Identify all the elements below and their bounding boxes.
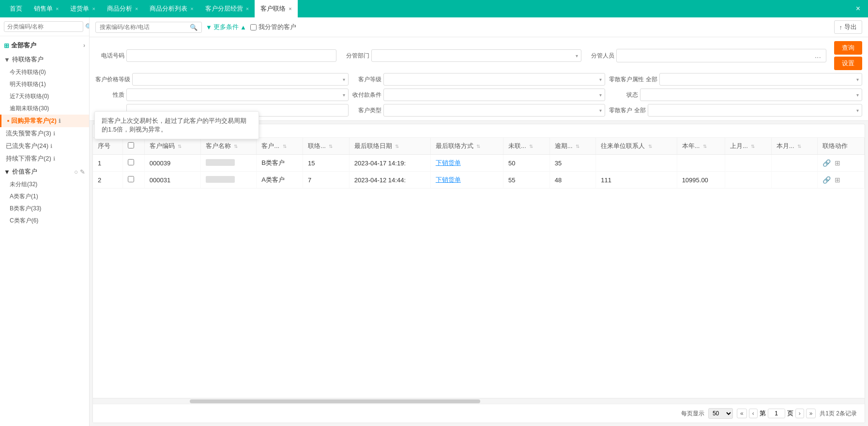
window-close-button[interactable]: × [852, 4, 864, 13]
row-checkbox-1[interactable] [128, 159, 134, 165]
grid-icon: ⊞ [4, 42, 9, 49]
prev-page-button[interactable]: ‹ [749, 409, 758, 418]
last-page-button[interactable]: » [806, 409, 816, 418]
tooltip-box: 距客户上次交易时长，超过了此客户的平均交易周期的1.5倍，则视为异常。 [94, 111, 259, 139]
cell-type-2: A类客户 [257, 172, 303, 189]
sidebar-value-header[interactable]: ▼ 价值客户 ○ ✎ [0, 165, 89, 178]
nav-sales[interactable]: 销售单 × [28, 0, 64, 17]
next-page-button[interactable]: › [795, 409, 804, 418]
filter-customer-level-field: 客户等级 ▾ [352, 73, 606, 86]
filter-retail-attr-select[interactable]: ▾ [659, 73, 862, 86]
per-page-select[interactable]: 50 20 100 [708, 408, 733, 419]
sidebar-item-today-contact[interactable]: 今天待联络(0) [0, 66, 89, 78]
sidebar-search-icon[interactable]: 🔍 [85, 23, 90, 30]
search-bar-icon[interactable]: 🔍 [190, 24, 198, 31]
filter-customer-type-select[interactable]: ▾ [383, 104, 606, 117]
my-customers-checkbox[interactable] [250, 24, 257, 30]
sidebar-value-section: ▼ 价值客户 ○ ✎ 未分组(32) A类客户(1) B类客户(33) C类客户… [0, 165, 89, 227]
dots-icon[interactable]: ... [813, 51, 823, 60]
sort-icon-last-month: ⇅ [751, 144, 755, 149]
nav-purchase-close[interactable]: × [92, 6, 95, 12]
horizontal-scrollbar[interactable] [93, 398, 865, 404]
filter-phone-input[interactable] [126, 49, 336, 62]
page-number-input[interactable] [768, 409, 785, 418]
table-scroll-container[interactable]: 序号 客户编码 ⇅ 客户名称 ⇅ 客户... ⇅ 联络... ⇅ 最后联络日期 … [93, 138, 865, 398]
filter-status-select[interactable]: ▾ [640, 88, 862, 101]
repurchase-anomaly-label: 回购异常客户(2) [11, 117, 57, 125]
cell-not-contact-1: 50 [503, 155, 549, 172]
chevron-down-icon: ▾ [576, 53, 578, 59]
cell-contact-1: 15 [303, 155, 350, 172]
cell-date-2: 2023-04-12 14:44: [349, 172, 430, 189]
sidebar-item-declining[interactable]: 持续下滑客户(2) ℹ [0, 152, 89, 165]
export-button[interactable]: ↑ 导出 [834, 20, 863, 34]
search-input[interactable] [100, 24, 190, 30]
sidebar-item-repurchase-anomaly[interactable]: 回购异常客户(2) ℹ [0, 115, 89, 127]
cell-last-month-1 [725, 155, 772, 172]
filter-payment-select[interactable]: ▾ [383, 88, 606, 101]
method-link-1[interactable]: 下销货单 [436, 159, 461, 166]
sidebar-pending-contact-section: ▼ 待联络客户 今天待联络(0) 明天待联络(1) 近7天待联络(0) 逾期未联… [0, 53, 89, 115]
table-row: 2 000031 A类客户 7 2023-04-12 14:44: 下销货单 5… [93, 172, 865, 189]
sidebar-item-7day-contact[interactable]: 近7天待联络(0) [0, 90, 89, 103]
grid-icon-1[interactable]: ⊞ [835, 159, 840, 167]
filter-price-level-select[interactable]: ▾ [132, 73, 349, 86]
nav-customer-tier-close[interactable]: × [246, 6, 249, 12]
query-button[interactable]: 查询 [834, 41, 862, 55]
link-icon-2[interactable]: 🔗 [822, 176, 831, 184]
circle-icon[interactable]: ○ [74, 168, 78, 176]
filter-customer-level-select[interactable]: ▾ [383, 73, 606, 86]
sidebar-item-class-c[interactable]: C类客户(6) [0, 215, 89, 227]
row-checkbox-2[interactable] [128, 176, 134, 182]
sidebar-item-overdue-contact[interactable]: 逾期未联络(30) [0, 103, 89, 115]
sidebar-item-ungrouped[interactable]: 未分组(32) [0, 178, 89, 191]
sort-icon-contact: ⇅ [329, 144, 333, 149]
filter-nature-select[interactable]: ▾ [126, 88, 349, 101]
filter-retail-customer-select[interactable]: ▾ [648, 104, 862, 117]
grid-icon-2[interactable]: ⊞ [835, 176, 840, 184]
page-navigation: « ‹ 第 页 › » [737, 409, 816, 418]
sidebar-tree: ⊞ 全部客户 › ▼ 待联络客户 今天待联络(0) 明天待联络(1) 近7天待联… [0, 36, 89, 426]
nav-product-analysis[interactable]: 商品分析 × [101, 0, 144, 17]
filter-status-label: 状态 [609, 91, 638, 99]
pagination: 每页显示 50 20 100 « ‹ 第 页 › » 共1页 2条记录 [93, 404, 865, 423]
nav-purchase[interactable]: 进货单 × [64, 0, 101, 17]
first-page-button[interactable]: « [737, 409, 747, 418]
cell-contact-2: 7 [303, 172, 350, 189]
settings-button[interactable]: 设置 [834, 57, 862, 70]
nav-sales-label: 销售单 [34, 4, 53, 13]
nav-product-analysis-close[interactable]: × [135, 6, 138, 12]
nav-purchase-label: 进货单 [70, 4, 89, 13]
nav-customer-contact-close[interactable]: × [289, 6, 291, 12]
churned-label: 已流失客户(24) [6, 142, 48, 150]
nav-product-analysis-list[interactable]: 商品分析列表 × [144, 0, 199, 17]
more-conditions-btn[interactable]: ▼ 更多条件 ▲ [206, 23, 246, 31]
filter-phone-label: 电话号码 [95, 52, 124, 60]
nav-product-analysis-list-close[interactable]: × [190, 6, 193, 12]
nav-customer-contact[interactable]: 客户联络 × [255, 0, 297, 17]
sidebar-item-class-b[interactable]: B类客户(33) [0, 203, 89, 215]
filter-manager-select[interactable]: ... [616, 49, 826, 62]
scroll-thumb[interactable] [190, 399, 480, 403]
sidebar-search-input[interactable] [4, 21, 83, 32]
sidebar-pending-contact-header[interactable]: ▼ 待联络客户 [0, 53, 89, 66]
per-page-label: 每页显示 [681, 410, 704, 418]
sidebar-item-churn-warning[interactable]: 流失预警客户(3) ℹ [0, 127, 89, 140]
select-all-checkbox[interactable] [128, 142, 134, 148]
nav-customer-tier[interactable]: 客户分层经营 × [199, 0, 255, 17]
nav-sales-close[interactable]: × [56, 6, 59, 12]
nav-home-label: 首页 [10, 4, 22, 13]
sidebar-root-label: 全部客户 [11, 41, 36, 50]
sidebar-item-tomorrow-contact[interactable]: 明天待联络(1) [0, 78, 89, 90]
nav-home[interactable]: 首页 [4, 0, 28, 17]
filter-dept-select[interactable]: ▾ [371, 49, 581, 62]
nav-product-analysis-list-label: 商品分析列表 [150, 4, 187, 13]
method-link-2[interactable]: 下销货单 [436, 176, 461, 183]
edit-icon[interactable]: ✎ [80, 168, 85, 176]
sidebar-item-churned[interactable]: 已流失客户(24) ℹ [0, 140, 89, 152]
cell-year-2: 10995.00 [677, 172, 725, 189]
sidebar-item-class-a[interactable]: A类客户(1) [0, 191, 89, 203]
filter-manager-field: 分管人员 ... [585, 49, 826, 62]
sidebar-root-all-customers[interactable]: ⊞ 全部客户 › [0, 38, 89, 53]
link-icon-1[interactable]: 🔗 [822, 159, 831, 167]
